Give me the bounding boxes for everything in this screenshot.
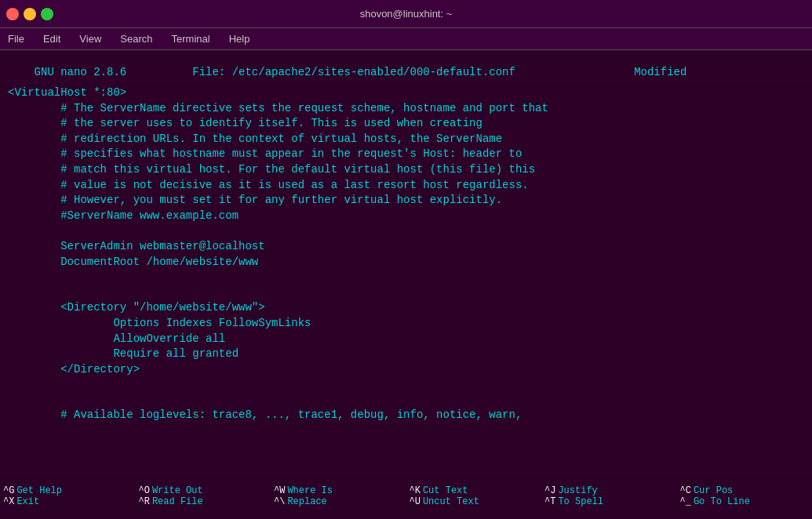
shortcut-row: ^KCut Text bbox=[410, 485, 539, 496]
editor-area[interactable]: <VirtualHost *:80> # The ServerName dire… bbox=[0, 82, 812, 481]
shortcut-col-5: ^CCur Pos^_Go To Line bbox=[677, 473, 813, 519]
shortcut-key: ^K bbox=[410, 485, 421, 496]
shortcut-key: ^R bbox=[139, 496, 150, 507]
shortcut-label: Replace bbox=[287, 496, 326, 507]
shortcut-key: ^G bbox=[3, 485, 14, 496]
shortcut-key: ^O bbox=[139, 485, 150, 496]
shortcut-label: Get Help bbox=[16, 485, 62, 496]
nano-header: GNU nano 2.8.6 File: /etc/apache2/sites-… bbox=[0, 50, 812, 82]
shortcut-key: ^T bbox=[544, 496, 555, 507]
shortcut-label: Write Out bbox=[152, 485, 203, 496]
title-bar: shovon@linuxhint: ~ bbox=[0, 0, 812, 28]
shortcut-row: ^UUncut Text bbox=[410, 496, 539, 507]
menu-bar: FileEditViewSearchTerminalHelp bbox=[0, 28, 812, 50]
shortcut-key: ^C bbox=[680, 485, 691, 496]
shortcut-label: To Spell bbox=[558, 496, 603, 507]
shortcut-row: ^WWhere Is bbox=[274, 485, 403, 496]
shortcut-row: ^RRead File bbox=[139, 496, 268, 507]
menu-item-help[interactable]: Help bbox=[226, 31, 253, 46]
shortcut-label: Justify bbox=[558, 485, 597, 496]
shortcut-row: ^OWrite Out bbox=[139, 485, 268, 496]
maximize-button[interactable] bbox=[41, 8, 53, 20]
shortcut-row: ^TTo Spell bbox=[544, 496, 674, 507]
shortcut-col-0: ^GGet Help^XExit bbox=[0, 473, 136, 519]
minimize-button[interactable] bbox=[24, 8, 36, 20]
shortcut-label: Cut Text bbox=[423, 485, 468, 496]
shortcut-label: Uncut Text bbox=[423, 496, 479, 507]
shortcut-label: Exit bbox=[16, 496, 39, 507]
shortcut-label: Where Is bbox=[287, 485, 333, 496]
shortcut-label: Cur Pos bbox=[694, 485, 733, 496]
shortcut-row: ^XExit bbox=[3, 496, 133, 507]
menu-item-view[interactable]: View bbox=[76, 31, 104, 46]
footer-shortcuts: ^GGet Help^XExit^OWrite Out^RRead File^W… bbox=[0, 472, 812, 519]
shortcut-row: ^GGet Help bbox=[3, 485, 133, 496]
shortcut-col-3: ^KCut Text^UUncut Text bbox=[406, 473, 542, 519]
shortcut-row: ^CCur Pos bbox=[680, 485, 810, 496]
menu-item-edit[interactable]: Edit bbox=[40, 31, 64, 46]
shortcut-key: ^U bbox=[410, 496, 421, 507]
menu-item-file[interactable]: File bbox=[5, 31, 27, 46]
shortcut-col-2: ^WWhere Is^\Replace bbox=[271, 473, 406, 519]
shortcut-label: Go To Line bbox=[694, 496, 750, 507]
shortcut-label: Read File bbox=[152, 496, 203, 507]
shortcut-row: ^JJustify bbox=[544, 485, 674, 496]
close-button[interactable] bbox=[6, 8, 19, 20]
menu-item-search[interactable]: Search bbox=[117, 31, 155, 46]
shortcut-key: ^_ bbox=[680, 496, 691, 507]
shortcut-key: ^\ bbox=[274, 496, 285, 507]
menu-item-terminal[interactable]: Terminal bbox=[169, 31, 213, 46]
shortcut-key: ^W bbox=[274, 485, 285, 496]
shortcut-row: ^_Go To Line bbox=[680, 496, 810, 507]
shortcut-key: ^J bbox=[544, 485, 555, 496]
shortcut-key: ^X bbox=[3, 496, 14, 507]
shortcut-row: ^\Replace bbox=[274, 496, 403, 507]
shortcut-col-4: ^JJustify^TTo Spell bbox=[541, 473, 677, 519]
shortcut-col-1: ^OWrite Out^RRead File bbox=[136, 473, 271, 519]
window-title: shovon@linuxhint: ~ bbox=[53, 8, 759, 20]
